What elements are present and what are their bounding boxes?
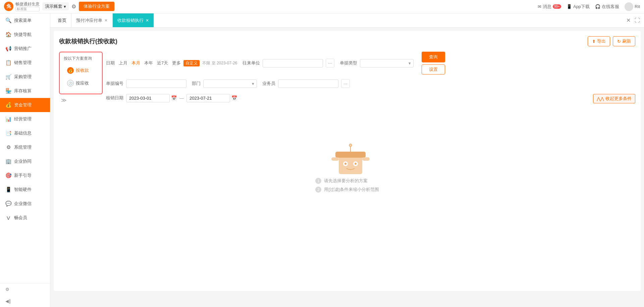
doc-num-input[interactable] [126,80,186,88]
sidebar-item-label: 企业微信 [14,201,32,207]
sidebar-item-basic-info[interactable]: 📑 基础信息 [0,126,50,140]
inventory-icon: 🏪 [5,88,11,94]
date-link-this-year[interactable]: 本年 [143,59,154,67]
calendar-end-icon[interactable]: 📅 [231,95,237,101]
staff-input[interactable] [278,80,338,88]
counterparty-input[interactable] [263,59,323,67]
calendar-start-icon[interactable]: 📅 [171,95,177,101]
verify-date-end-input[interactable] [186,94,230,102]
sidebar-item-sales[interactable]: 📋 销售管理 [0,56,50,70]
date-link-this-month[interactable]: 本月 [130,59,142,67]
app-name: 畅捷通好生意 [15,2,40,6]
sidebar-item-wechat[interactable]: 💬 企业微信 [0,197,50,211]
sidebar-collapse-btn[interactable]: ◀‖ [0,295,50,307]
page-content: 收款核销执行(按收款) ⬆ 导出 ↻ 刷新 [50,28,644,307]
refresh-btn[interactable]: ↻ 刷新 [613,36,635,46]
verify-date-start-input[interactable] [126,94,170,102]
sidebar: 🔍 搜索菜单 🏠 快捷导航 📢 营销推广 📋 销售管理 🛒 采购管理 🏪 库存核… [0,13,50,307]
page-title: 收款核销执行(按收款) [59,37,117,45]
filter-by-receivable[interactable]: 🕐 按应收 [64,78,98,89]
date-link-more[interactable]: 更多 [171,59,182,67]
sidebar-item-label: 企业协同 [14,158,32,164]
sidebar-item-label: 快捷导航 [14,32,32,38]
tab-home-label: 首页 [58,17,66,23]
sidebar-item-label: 基础信息 [14,130,32,136]
maximize-icon[interactable]: ⛶ [633,16,641,25]
setting-btn[interactable]: 设置 [422,64,445,74]
date-link-last-month[interactable]: 上月 [117,59,129,67]
tab-collect-close[interactable]: ✕ [146,18,149,23]
main-layout: 🔍 搜索菜单 🏠 快捷导航 📢 营销推广 📋 销售管理 🛒 采购管理 🏪 库存核… [0,13,644,307]
sidebar-item-member[interactable]: V 畅会员 [0,211,50,225]
tabbar-actions: ✕ ⛶ [625,16,641,25]
company-selector[interactable]: 演示账套 ▾ [42,2,69,10]
user-info[interactable]: Rit [625,2,640,11]
sidebar-item-quick-nav[interactable]: 🏠 快捷导航 [0,28,50,42]
filter-by-receipt[interactable]: 💰 按收款 [64,65,98,76]
sidebar-item-finance[interactable]: 💰 资金管理 [0,98,50,112]
sidebar-item-enterprise[interactable]: 🏢 企业协同 [0,154,50,168]
tip-text-1: 请先选择要分析的方案 [324,178,368,184]
sidebar-item-label: 智能硬件 [14,187,32,193]
tab-prepay-close[interactable]: ✕ [104,18,108,23]
filter-panel: 按以下方案查询 💰 按收款 🕐 按应收 ≫ [59,52,635,108]
doc-type-select[interactable] [360,59,414,67]
svg-point-7 [349,144,352,147]
guide-icon: 🎯 [5,172,11,178]
doc-num-label: 单据编号 [106,81,123,87]
empty-svg [330,139,371,176]
date-link-7days[interactable]: 近7天 [156,59,169,67]
enterprise-icon: 🏢 [5,158,11,164]
panel-collapse-btn[interactable]: ≫ [59,96,69,105]
filter-row-1: 日期 上月 本月 本年 近7天 更多 自定义 不限 至 2023-07-26 [106,52,635,74]
gear-icon[interactable]: ⚙ [71,3,76,10]
collapse-more-label: 收起更多条件 [605,96,632,102]
topbar: 兔 畅捷通好生意 标准版 演示账套 ▾ ⚙ 体验行业方案 ✉ 消息 99+ 📱 … [0,0,644,13]
sidebar-item-inventory[interactable]: 🏪 库存核算 [0,84,50,98]
sidebar-item-hardware[interactable]: 📱 智能硬件 [0,183,50,197]
sidebar-item-label: 采购管理 [14,74,32,80]
app-download-btn[interactable]: 📱 App下载 [567,4,590,10]
home-icon: 🏠 [5,32,11,38]
search-icon: 🔍 [5,17,11,23]
export-icon: ⬆ [592,39,596,44]
filter-receipt-label: 按收款 [76,67,89,73]
query-btn[interactable]: 查询 [422,52,445,62]
sidebar-item-label: 营销推广 [14,46,32,52]
page-header: 收款核销执行(按收款) ⬆ 导出 ↻ 刷新 [59,36,635,46]
date-label: 日期 [106,60,115,66]
filter-receivable-label: 按应收 [76,80,89,86]
staff-more-btn[interactable]: ··· [341,79,350,88]
purchase-icon: 🛒 [5,74,11,80]
sidebar-bottom: ⚙ ◀‖ [0,283,50,307]
collapse-more-btn[interactable]: ⋀⋀ 收起更多条件 [593,94,635,103]
svg-point-4 [344,163,346,165]
sidebar-item-marketing[interactable]: 📢 营销推广 [0,42,50,56]
online-service-btn[interactable]: 🎧 在线客服 [595,4,619,10]
message-btn[interactable]: ✉ 消息 99+ [538,4,561,10]
counterparty-more-btn[interactable]: ··· [326,59,334,67]
export-btn[interactable]: ⬆ 导出 [588,36,610,46]
verify-date-label: 核销日期 [106,95,123,101]
industry-btn[interactable]: 体验行业方案 [79,2,114,11]
tip-text-2: 用[过滤]条件来缩小分析范围 [324,187,379,193]
verify-date-field: 核销日期 📅 — 📅 [106,94,237,102]
empty-tip-1: 1 请先选择要分析的方案 [315,178,379,184]
sales-icon: 📋 [5,60,11,66]
sidebar-item-guide[interactable]: 🎯 新手引导 [0,168,50,183]
date-custom-badge[interactable]: 自定义 [183,60,200,66]
sidebar-item-system[interactable]: ⚙ 系统管理 [0,140,50,154]
tab-prepay[interactable]: 预付冲应付单 ✕ [71,13,113,27]
dropdown-icon: ▾ [64,4,66,9]
close-tab-icon[interactable]: ✕ [625,16,632,25]
sidebar-settings-btn[interactable]: ⚙ [0,284,50,295]
tab-home[interactable]: 首页 [53,13,71,27]
topbar-right: ✉ 消息 99+ 📱 App下载 🎧 在线客服 Rit [538,2,640,11]
page-inner: 收款核销执行(按收款) ⬆ 导出 ↻ 刷新 [54,31,641,291]
dept-select[interactable] [203,80,257,88]
sidebar-item-operations[interactable]: 📊 经营管理 [0,112,50,126]
sidebar-item-purchase[interactable]: 🛒 采购管理 [0,70,50,84]
sidebar-item-search-menu[interactable]: 🔍 搜索菜单 [0,13,50,28]
tab-collect[interactable]: 收款核销执行 ✕ [113,13,154,27]
tab-collect-label: 收款核销执行 [117,17,144,23]
